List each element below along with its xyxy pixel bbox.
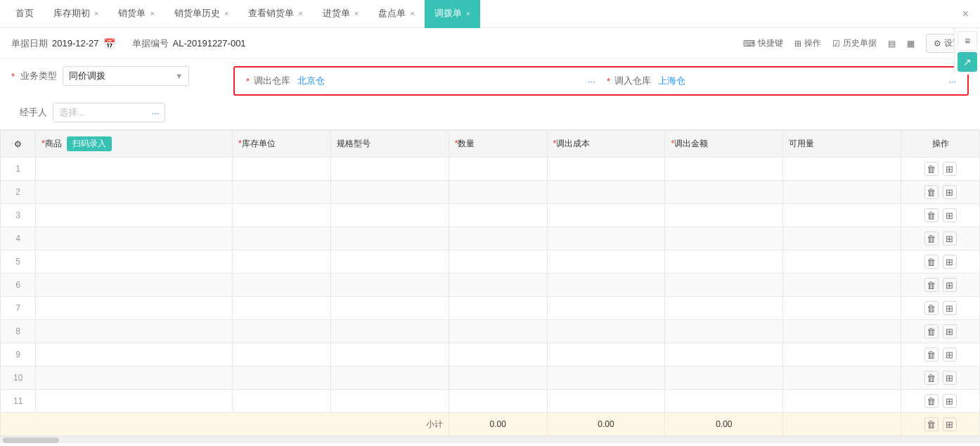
copy-icon-6[interactable]: ⊞ — [943, 278, 957, 292]
tab-sales-order[interactable]: 销货单 × — [108, 0, 164, 28]
cell-cost-2[interactable] — [547, 181, 665, 204]
cell-available-1[interactable] — [783, 158, 901, 181]
delete-icon-6[interactable]: 🗑 — [924, 278, 939, 292]
cell-unit-2[interactable] — [233, 181, 331, 204]
copy-icon-1[interactable]: ⊞ — [943, 162, 957, 176]
cell-amount-11[interactable] — [665, 390, 783, 413]
tab-close-inventory[interactable]: × — [410, 9, 414, 18]
cell-unit-7[interactable] — [233, 297, 331, 320]
handler-select[interactable]: 选择... ··· — [53, 103, 165, 122]
tab-close-inventory-open[interactable]: × — [94, 9, 98, 18]
cell-cost-1[interactable] — [547, 158, 665, 181]
cell-cost-5[interactable] — [547, 250, 665, 274]
cell-available-9[interactable] — [783, 343, 901, 367]
cell-unit-5[interactable] — [233, 250, 331, 274]
cell-qty-2[interactable] — [449, 181, 547, 204]
cell-amount-10[interactable] — [665, 367, 783, 390]
cell-goods-11[interactable] — [36, 390, 233, 413]
scroll-thumb[interactable] — [3, 438, 59, 443]
cell-qty-4[interactable] — [449, 227, 547, 250]
cell-amount-7[interactable] — [665, 297, 783, 320]
cell-qty-10[interactable] — [449, 367, 547, 390]
cell-goods-7[interactable] — [36, 297, 233, 320]
source-warehouse-more[interactable]: ··· — [588, 76, 595, 87]
delete-icon-8[interactable]: 🗑 — [924, 324, 939, 338]
cell-spec-11[interactable] — [330, 390, 449, 413]
copy-icon-5[interactable]: ⊞ — [943, 255, 957, 269]
cell-spec-1[interactable] — [330, 158, 449, 181]
cell-amount-9[interactable] — [665, 343, 783, 367]
copy-icon-3[interactable]: ⊞ — [943, 208, 957, 222]
cell-cost-6[interactable] — [547, 274, 665, 297]
tab-close-purchase[interactable]: × — [354, 9, 359, 18]
horizontal-scrollbar[interactable] — [0, 436, 980, 443]
cell-cost-3[interactable] — [547, 204, 665, 227]
cell-unit-10[interactable] — [233, 367, 331, 390]
cell-available-6[interactable] — [783, 274, 901, 297]
cell-cost-10[interactable] — [547, 367, 665, 390]
cell-spec-5[interactable] — [330, 250, 449, 274]
target-warehouse-more[interactable]: ··· — [948, 76, 956, 87]
business-type-select[interactable]: 同价调拨 ▼ — [63, 66, 189, 86]
tab-sales-history[interactable]: 销货单历史 × — [165, 0, 238, 28]
cell-goods-5[interactable] — [36, 250, 233, 274]
cell-qty-9[interactable] — [449, 343, 547, 367]
tab-transfer[interactable]: 调拨单 × — [425, 0, 480, 28]
cell-amount-3[interactable] — [665, 204, 783, 227]
cell-unit-4[interactable] — [233, 227, 331, 250]
cell-cost-7[interactable] — [547, 297, 665, 320]
layout2-action[interactable]: ▦ — [907, 39, 915, 49]
copy-icon-8[interactable]: ⊞ — [943, 324, 957, 338]
cell-available-8[interactable] — [783, 320, 901, 343]
subtotal-delete-icon[interactable]: 🗑 — [924, 417, 939, 431]
cell-qty-8[interactable] — [449, 320, 547, 343]
delete-icon-11[interactable]: 🗑 — [924, 394, 939, 408]
tab-purchase[interactable]: 进货单 × — [313, 0, 368, 28]
tab-close-sales-history[interactable]: × — [224, 9, 228, 18]
cell-cost-4[interactable] — [547, 227, 665, 250]
cell-amount-1[interactable] — [665, 158, 783, 181]
tab-close-view-sales[interactable]: × — [298, 9, 302, 18]
cell-available-11[interactable] — [783, 390, 901, 413]
cell-unit-1[interactable] — [233, 158, 331, 181]
copy-icon-4[interactable]: ⊞ — [943, 231, 957, 246]
cell-available-10[interactable] — [783, 367, 901, 390]
sidebar-list-icon[interactable]: ≡ — [958, 31, 977, 51]
gear-icon[interactable]: ⚙ — [14, 139, 22, 149]
cell-available-7[interactable] — [783, 297, 901, 320]
cell-spec-7[interactable] — [330, 297, 449, 320]
delete-icon-2[interactable]: 🗑 — [924, 185, 939, 199]
cell-qty-11[interactable] — [449, 390, 547, 413]
cell-spec-9[interactable] — [330, 343, 449, 367]
copy-icon-11[interactable]: ⊞ — [943, 394, 957, 408]
cell-goods-1[interactable] — [36, 158, 233, 181]
delete-icon-3[interactable]: 🗑 — [924, 208, 939, 222]
cell-unit-8[interactable] — [233, 320, 331, 343]
cell-spec-6[interactable] — [330, 274, 449, 297]
copy-icon-10[interactable]: ⊞ — [943, 371, 957, 385]
copy-icon-2[interactable]: ⊞ — [943, 185, 957, 199]
cell-cost-8[interactable] — [547, 320, 665, 343]
cell-goods-2[interactable] — [36, 181, 233, 204]
tab-inventory[interactable]: 盘点单 × — [368, 0, 424, 28]
cell-amount-2[interactable] — [665, 181, 783, 204]
tab-inventory-open[interactable]: 库存期初 × — [44, 0, 108, 28]
cell-cost-11[interactable] — [547, 390, 665, 413]
cell-available-3[interactable] — [783, 204, 901, 227]
cell-unit-6[interactable] — [233, 274, 331, 297]
cell-amount-8[interactable] — [665, 320, 783, 343]
shortcut-action[interactable]: ⌨ 快捷键 — [743, 37, 783, 49]
cell-available-5[interactable] — [783, 250, 901, 274]
cell-qty-1[interactable] — [449, 158, 547, 181]
cell-amount-4[interactable] — [665, 227, 783, 250]
delete-icon-9[interactable]: 🗑 — [924, 348, 939, 362]
cell-spec-10[interactable] — [330, 367, 449, 390]
copy-icon-9[interactable]: ⊞ — [943, 348, 957, 362]
tab-close-transfer[interactable]: × — [466, 9, 470, 18]
subtotal-copy-icon[interactable]: ⊞ — [943, 417, 957, 431]
cell-amount-5[interactable] — [665, 250, 783, 274]
cell-goods-8[interactable] — [36, 320, 233, 343]
cell-qty-7[interactable] — [449, 297, 547, 320]
delete-icon-1[interactable]: 🗑 — [924, 162, 939, 176]
cell-goods-6[interactable] — [36, 274, 233, 297]
